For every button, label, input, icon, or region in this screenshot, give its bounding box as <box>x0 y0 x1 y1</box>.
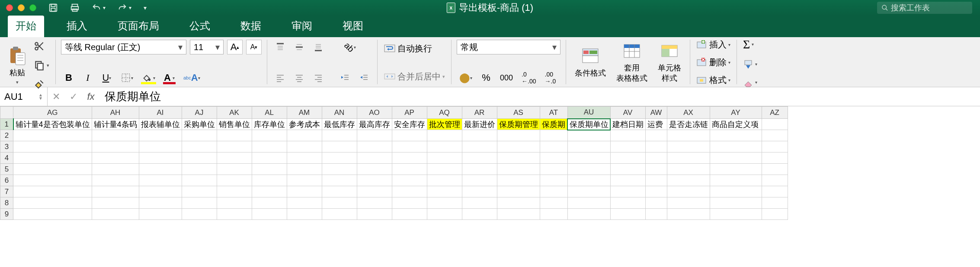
cell[interactable] <box>667 197 710 209</box>
cell[interactable] <box>139 141 182 153</box>
column-header[interactable]: AS <box>497 107 540 119</box>
clear-button[interactable]: ▾ <box>742 76 758 89</box>
column-header[interactable]: AH <box>92 107 139 119</box>
cell[interactable] <box>462 175 497 186</box>
cell[interactable] <box>252 141 287 153</box>
row-header[interactable]: 9 <box>0 209 13 220</box>
tab-formulas[interactable]: 公式 <box>182 16 218 37</box>
cell[interactable] <box>92 141 139 153</box>
cell[interactable] <box>182 186 217 197</box>
cell[interactable] <box>322 175 357 186</box>
cell[interactable] <box>287 209 322 220</box>
name-box[interactable]: AU1 ▲▼ <box>0 87 48 106</box>
column-header[interactable]: AY <box>710 107 762 119</box>
tab-data[interactable]: 数据 <box>233 16 269 37</box>
column-header[interactable]: AK <box>217 107 252 119</box>
sheet-search[interactable] <box>877 2 972 14</box>
decrease-indent-button[interactable] <box>337 70 353 85</box>
cell[interactable] <box>322 209 357 220</box>
customize-qat-button[interactable]: ▾ <box>144 4 147 11</box>
redo-button[interactable]: ▾ <box>118 3 131 13</box>
cell[interactable] <box>287 175 322 186</box>
cell[interactable] <box>392 130 427 141</box>
cell[interactable] <box>762 209 788 220</box>
close-window-button[interactable] <box>6 4 13 11</box>
column-header[interactable]: AI <box>139 107 182 119</box>
cell[interactable] <box>287 141 322 153</box>
cell[interactable] <box>497 141 540 153</box>
cell[interactable]: 商品自定义项 <box>710 119 762 130</box>
cell[interactable] <box>287 197 322 209</box>
format-as-table-button[interactable]: 套用 表格格式 <box>613 42 651 83</box>
cell[interactable] <box>667 164 710 175</box>
cell[interactable] <box>392 141 427 153</box>
cell[interactable] <box>217 153 252 164</box>
increase-decimal-button[interactable]: .0←.00 <box>519 70 538 85</box>
cell[interactable] <box>139 164 182 175</box>
cell[interactable] <box>392 209 427 220</box>
cell[interactable] <box>357 186 392 197</box>
cell[interactable] <box>252 164 287 175</box>
tab-view[interactable]: 视图 <box>335 16 371 37</box>
cell[interactable] <box>610 153 645 164</box>
cell[interactable]: 安全库存 <box>392 119 427 130</box>
cell[interactable] <box>322 130 357 141</box>
cell[interactable] <box>497 130 540 141</box>
cell[interactable] <box>497 164 540 175</box>
cell[interactable] <box>610 130 645 141</box>
fx-button[interactable]: fx <box>82 91 99 102</box>
borders-button[interactable]: ▾ <box>118 70 136 85</box>
column-header[interactable]: AJ <box>182 107 217 119</box>
row-header[interactable]: 7 <box>0 186 13 197</box>
cell[interactable] <box>182 209 217 220</box>
align-bottom-button[interactable] <box>311 40 326 54</box>
cell[interactable] <box>762 164 788 175</box>
tab-insert[interactable]: 插入 <box>59 16 95 37</box>
cell[interactable] <box>610 186 645 197</box>
column-header[interactable]: AG <box>13 107 92 119</box>
underline-button[interactable]: U▾ <box>99 70 115 85</box>
cell[interactable] <box>540 130 567 141</box>
cell[interactable] <box>92 175 139 186</box>
cell[interactable] <box>252 153 287 164</box>
row-header[interactable]: 3 <box>0 141 13 153</box>
column-header[interactable]: AT <box>540 107 567 119</box>
cancel-formula-button[interactable]: ✕ <box>48 91 65 102</box>
cell[interactable] <box>497 186 540 197</box>
maximize-window-button[interactable] <box>29 4 36 11</box>
cell[interactable] <box>139 175 182 186</box>
cell[interactable] <box>13 141 92 153</box>
cell[interactable] <box>540 164 567 175</box>
align-left-button[interactable] <box>272 70 288 85</box>
orientation-button[interactable]: ab▾ <box>342 40 359 54</box>
cell[interactable] <box>392 197 427 209</box>
print-button[interactable] <box>70 3 80 13</box>
cell[interactable] <box>762 153 788 164</box>
cell[interactable] <box>13 197 92 209</box>
cell[interactable] <box>710 197 762 209</box>
cell[interactable] <box>13 209 92 220</box>
cell[interactable] <box>610 164 645 175</box>
cell[interactable] <box>497 175 540 186</box>
copy-button[interactable]: ▾ <box>33 59 50 72</box>
cell[interactable] <box>357 153 392 164</box>
cell[interactable] <box>217 186 252 197</box>
cell[interactable] <box>462 186 497 197</box>
column-header[interactable]: AP <box>392 107 427 119</box>
increase-indent-button[interactable] <box>356 70 372 85</box>
name-box-spinner[interactable]: ▲▼ <box>38 93 43 100</box>
insert-cells-button[interactable]: 插入 ▾ <box>695 38 731 51</box>
cell[interactable] <box>427 209 462 220</box>
cell[interactable]: 参考成本 <box>287 119 322 130</box>
cell[interactable] <box>182 175 217 186</box>
cell[interactable] <box>139 130 182 141</box>
cell[interactable] <box>710 141 762 153</box>
cell[interactable]: 保质期管理 <box>497 119 540 130</box>
delete-cells-button[interactable]: 删除 ▾ <box>695 56 731 69</box>
cell[interactable] <box>645 186 667 197</box>
cell[interactable] <box>322 141 357 153</box>
cell[interactable] <box>762 130 788 141</box>
cell[interactable] <box>13 153 92 164</box>
comma-button[interactable]: 000 <box>497 70 516 85</box>
cell[interactable] <box>540 175 567 186</box>
